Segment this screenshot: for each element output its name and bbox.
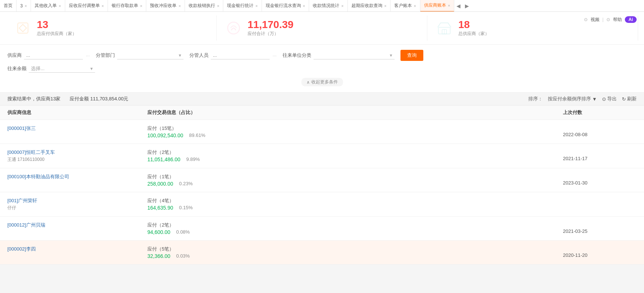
nav-tab-home[interactable]: 首页 [0, 0, 17, 12]
payable-label: 应付（5笔） [147, 246, 563, 252]
close-icon[interactable]: × [102, 4, 104, 8]
nav-prev-arrow[interactable]: ◀ [454, 3, 463, 9]
nav-tab-supplier-account[interactable]: 供应商账本 × [420, 0, 454, 12]
payable-cell: 应付（4笔） 164,635.90 0.15% [147, 197, 563, 211]
lastpay-cell: 2022-08-08 [563, 125, 637, 137]
table-row: [000007]恒旺二手叉车 王通 17106110000 应付（2笔） 11,… [0, 144, 644, 168]
help-link[interactable]: 帮助 [613, 17, 622, 23]
sort-select[interactable]: 按应付余额倒序排序 ▼ [548, 96, 597, 102]
nav-tab-ap-adjust[interactable]: 应收应付调整单 × [65, 0, 108, 12]
balance-field: 往来余额 选择... ▼ [7, 65, 95, 73]
export-button[interactable]: ⊙ 导出 [602, 96, 617, 102]
person-label: 分管人员 [189, 52, 209, 59]
lastpay-cell: 2021-11-17 [563, 149, 637, 161]
nav-tab-other-income[interactable]: 其他收入单 × [31, 0, 65, 12]
search-row-2: 往来余额 选择... ▼ [7, 65, 637, 73]
supplier-link[interactable]: [000001]张三 [7, 125, 36, 131]
nav-tab-customer-account[interactable]: 客户账本 × [391, 0, 420, 12]
payable-pct: 0.08% [176, 229, 190, 235]
stat-number-total-suppliers: 18 [458, 19, 489, 31]
lastpay-cell: 2023-01-30 [563, 173, 637, 186]
category-label: 往来单位分类 [283, 52, 311, 59]
supplier-sub: 仔仔 [7, 205, 147, 211]
supplier-link[interactable]: [000007]恒旺二手叉车 [7, 149, 55, 155]
close-icon[interactable]: × [303, 4, 305, 8]
payable-pct: 0.15% [179, 205, 193, 210]
payable-amount: 100,092,540.00 [147, 132, 183, 138]
supplier-cell: [000012]广州贝瑞 [7, 222, 147, 228]
supplier-field: 供应商 ··· [7, 51, 90, 59]
result-actions: 排序： 按应付余额倒序排序 ▼ ⊙ 导出 ↻ 刷新 [528, 96, 637, 102]
nav-tab-cash-bank-stat[interactable]: 现金银行统计 × [223, 0, 262, 12]
supplier-sub: 王通 17106110000 [7, 156, 147, 163]
payable-label: 应付（4笔） [147, 197, 563, 204]
dept-select[interactable] [117, 51, 183, 59]
table-row: [000012]广州贝瑞 应付（2笔） 94,600.00 0.08% 2021… [0, 217, 644, 241]
video-link[interactable]: 视频 [591, 17, 599, 23]
stat-label-total-suppliers: 总供应商（家） [458, 31, 489, 37]
top-nav: 首页 3 × 其他收入单 × 应收应付调整单 × 银行存取款单 × 预收冲应收单… [0, 0, 644, 12]
supplier-input[interactable] [24, 51, 83, 59]
stat-label-payable-total: 应付合计（万） [248, 31, 294, 37]
close-icon[interactable]: × [384, 4, 386, 8]
payable-label: 应付（15笔） [147, 125, 563, 132]
nav-tab-prepay-collect[interactable]: 预收冲应收单 × [146, 0, 185, 12]
wheat-icon [224, 18, 243, 38]
ai-button[interactable]: Ai [625, 16, 637, 23]
table-row: [001]广州荣轩 仔仔 应付（4笔） 164,635.90 0.15% [0, 192, 644, 217]
result-bar: 搜索结果中，供应商13家 应付金额 111,703,854.00元 排序： 按应… [0, 93, 644, 106]
chevron-up-icon: ∧ [307, 80, 310, 85]
stat-number-payable-suppliers: 13 [37, 19, 77, 31]
supplier-link[interactable]: [000100]本特勤油品有限公司 [7, 174, 69, 179]
payable-amount: 164,635.90 [147, 205, 173, 211]
nav-tab-collect-stat[interactable]: 收款情况统计 × [309, 0, 347, 12]
payable-pct: 89.61% [189, 132, 205, 138]
supplier-cell: [000100]本特勤油品有限公司 [7, 173, 147, 180]
dept-label: 分管部门 [96, 52, 115, 59]
header-links: ⊙ 视频 | ⊙ 帮助 Ai [584, 16, 637, 23]
nav-tab-bank-deposit[interactable]: 银行存取款单 × [108, 0, 146, 12]
export-icon: ⊙ [602, 96, 606, 102]
supplier-link[interactable]: [000002]李四 [7, 246, 36, 252]
nav-tab-3[interactable]: 3 × [17, 0, 31, 12]
category-select[interactable] [314, 51, 395, 59]
supplier-link[interactable]: [001]广州荣轩 [7, 198, 37, 203]
supplier-link[interactable]: [000012]广州贝瑞 [7, 222, 45, 228]
lastpay-cell [563, 197, 637, 204]
refresh-icon: ↻ [622, 96, 626, 102]
diamond-icon [13, 18, 32, 38]
stat-item-suppliers-payable: 13 总应付供应商（家） [6, 15, 217, 41]
close-icon[interactable]: × [140, 4, 142, 8]
nav-tab-collect-verify[interactable]: 收款核销执行 × [185, 0, 223, 12]
supplier-cell: [000007]恒旺二手叉车 王通 17106110000 [7, 149, 147, 163]
close-icon[interactable]: × [178, 4, 181, 8]
query-button[interactable]: 查询 [400, 50, 423, 61]
person-input[interactable] [211, 51, 270, 59]
nav-tab-cash-bank-flow[interactable]: 现金银行流水查询 × [262, 0, 309, 12]
close-icon[interactable]: × [25, 4, 27, 8]
refresh-button[interactable]: ↻ 刷新 [622, 96, 637, 102]
balance-label: 往来余额 [7, 65, 27, 72]
payable-amount: 32,366.00 [147, 253, 170, 259]
payable-cell: 应付（15笔） 100,092,540.00 89.61% [147, 125, 563, 138]
payable-amount: 11,051,486.00 [147, 156, 181, 162]
table-row: [000001]张三 应付（15笔） 100,092,540.00 89.61%… [0, 120, 644, 144]
close-icon[interactable]: × [217, 4, 219, 8]
nav-tab-overdue-collect[interactable]: 超期应收款查询 × [348, 0, 391, 12]
close-icon[interactable]: × [341, 4, 343, 8]
payable-label: 应付（2笔） [147, 149, 563, 156]
close-icon[interactable]: × [255, 4, 258, 8]
stat-number-payable-total: 11,170.39 [248, 19, 294, 31]
close-icon[interactable]: × [448, 3, 450, 8]
balance-select[interactable]: 选择... [29, 65, 95, 73]
close-icon[interactable]: × [414, 4, 416, 8]
payable-cell: 应付（5笔） 32,366.00 0.03% [147, 246, 563, 259]
collapse-button[interactable]: ∧ 收起更多条件 [301, 78, 343, 86]
close-icon[interactable]: × [59, 4, 61, 8]
payable-amount: 94,600.00 [147, 229, 170, 235]
nav-next-arrow[interactable]: ▶ [463, 3, 471, 9]
person-input-icon: ··· [273, 53, 277, 58]
stats-bar: 13 总应付供应商（家） 11,170.39 应付合计（万） 18 [0, 12, 644, 45]
stat-item-payable-total: 11,170.39 应付合计（万） [217, 15, 427, 41]
table-row: [000002]李四 应付（5笔） 32,366.00 0.03% 2020-1… [0, 241, 644, 265]
